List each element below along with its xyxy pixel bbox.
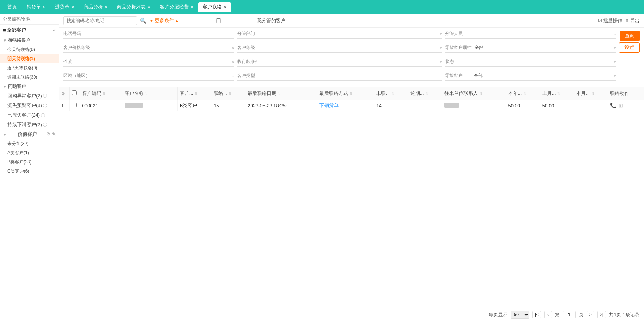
last-page-button[interactable]: >|	[597, 311, 606, 318]
settings-button[interactable]: 设置	[619, 42, 640, 53]
retail-attr-arrow-icon[interactable]: ∨	[613, 46, 616, 50]
nav-analysis-list[interactable]: 商品分析列表 ×	[112, 2, 154, 12]
export-button[interactable]: ⬆ 导出	[625, 17, 640, 24]
nav-home[interactable]: 首页	[3, 2, 21, 12]
all-customers-header[interactable]: ■ 全部客户 «	[0, 25, 59, 36]
customer-level-arrow-icon[interactable]: ∨	[440, 46, 442, 50]
sidebar-class-a[interactable]: A类客户(1)	[0, 148, 59, 158]
filter-customer-level-input[interactable]	[266, 45, 438, 51]
col-settings[interactable]: ⚙	[59, 87, 69, 100]
nav-analysis[interactable]: 商品分析 ×	[79, 2, 112, 12]
status-arrow-icon[interactable]: ∨	[613, 60, 616, 64]
phone-icon[interactable]: 📞	[610, 103, 616, 108]
nav-customer-tier[interactable]: 客户分层经营 ×	[155, 2, 197, 12]
my-customers-checkbox[interactable]: 我分管的客户	[182, 17, 286, 24]
customer-table: ⚙ 客户编码 ⇅ 客户名称 ⇅	[59, 87, 644, 111]
sidebar-ungrouped[interactable]: 未分组(32)	[0, 139, 59, 148]
sidebar-class-b[interactable]: B类客户(33)	[0, 158, 59, 167]
close-customer-contact-icon[interactable]: ×	[224, 5, 226, 9]
gear-icon[interactable]: ⚙	[61, 91, 66, 96]
col-this-month[interactable]: 本月... ⇅	[574, 87, 608, 100]
filter-manager-input[interactable]	[474, 31, 611, 37]
sidebar-declining[interactable]: 持续下滑客户(2) ⓘ	[0, 120, 59, 130]
search-button[interactable]: 🔍	[140, 18, 146, 24]
col-last-contact-date[interactable]: 最后联络日期 ⇅	[245, 87, 317, 100]
sidebar-7days-contact[interactable]: 近7天待联络(0)	[0, 63, 59, 73]
nav-purchase[interactable]: 进货单 ×	[50, 2, 78, 12]
filter-region-input[interactable]	[93, 73, 229, 79]
row-action-icons: 📞 ⊞	[608, 100, 644, 111]
close-purchase-icon[interactable]: ×	[71, 5, 74, 9]
row-uncontacted: 14	[374, 100, 408, 111]
grid-icon[interactable]: ⊞	[619, 103, 623, 108]
col-last-contact-method[interactable]: 最后联络方式 ⇅	[317, 87, 374, 100]
sidebar-churn-warning[interactable]: 流失预警客户(3) ⓘ	[0, 101, 59, 110]
col-contact-person[interactable]: 往来单位联系人 ⇅	[442, 87, 506, 100]
page-size-select[interactable]: 50 100 200	[511, 311, 529, 319]
filter-price-level-input[interactable]	[93, 45, 230, 51]
region-dots-icon[interactable]: ···	[231, 73, 234, 79]
query-button[interactable]: 查询	[620, 31, 640, 41]
sidebar-overdue-contact[interactable]: 逾期未联络(30)	[0, 73, 59, 82]
my-customers-check[interactable]	[182, 18, 255, 23]
sort-method-icon: ⇅	[350, 92, 353, 96]
group-problem-customers[interactable]: 问题客户	[0, 82, 59, 91]
filter-customer-type-input[interactable]	[266, 73, 442, 79]
nav-sales[interactable]: 销货单 ×	[22, 2, 50, 12]
col-checkbox[interactable]	[69, 87, 80, 100]
content-area: 🔍 ▼ 更多条件 ▲ 我分管的客户 ☑ 批量操作 ⬆ 导出	[59, 14, 644, 321]
next-page-button[interactable]: >	[587, 311, 594, 318]
group-value-customers[interactable]: 价值客户 ↻ ✎	[0, 130, 59, 139]
filter-manager: 分管人员 ···	[445, 31, 616, 39]
batch-operation-button[interactable]: ☑ 批量操作	[598, 17, 622, 24]
sidebar-search-input[interactable]	[3, 17, 58, 22]
sidebar-repurchase-abnormal[interactable]: 回购异常客户(2) ⓘ	[0, 91, 59, 101]
payment-arrow-icon[interactable]: ∨	[440, 60, 442, 64]
filter-nature: 性质 ∨	[63, 59, 234, 67]
row-checkbox-cell[interactable]	[69, 100, 80, 111]
refresh-icon[interactable]: ↻	[47, 132, 50, 137]
col-last-month[interactable]: 上月... ⇅	[540, 87, 574, 100]
filter-nature-input[interactable]	[92, 59, 230, 65]
sidebar-search-box[interactable]: 🔍	[0, 14, 59, 25]
close-analysis-list-icon[interactable]: ×	[148, 5, 150, 9]
more-filter-button[interactable]: ▼ 更多条件 ▲	[149, 17, 179, 24]
filter-payment-input[interactable]	[266, 59, 438, 65]
row-checkbox[interactable]	[72, 103, 77, 107]
col-year-amount[interactable]: 本年... ⇅	[506, 87, 540, 100]
filter-phone-input[interactable]	[92, 31, 234, 37]
price-level-arrow-icon[interactable]: ∨	[232, 46, 234, 50]
col-customer-name[interactable]: 客户名称 ⇅	[122, 87, 177, 100]
sidebar-today-contact[interactable]: 今天待联络(0)	[0, 45, 59, 54]
col-overdue[interactable]: 逾期... ⇅	[408, 87, 442, 100]
sidebar-tomorrow-contact[interactable]: 明天待联络(1)	[0, 54, 59, 63]
page-input[interactable]	[563, 311, 576, 318]
col-customer-code[interactable]: 客户编码 ⇅	[80, 87, 122, 100]
nature-arrow-icon[interactable]: ∨	[232, 60, 234, 64]
contact-method-link[interactable]: 下销货单	[319, 103, 339, 108]
nav-customer-contact[interactable]: 客户联络 ×	[198, 2, 231, 12]
col-contact-count[interactable]: 联络... ⇅	[211, 87, 245, 100]
sidebar-class-c[interactable]: C类客户(6)	[0, 167, 59, 176]
first-page-button[interactable]: |<	[532, 311, 541, 318]
filter-department-input[interactable]	[266, 31, 438, 37]
prev-page-button[interactable]: <	[544, 311, 552, 318]
retail-customer-arrow-icon[interactable]: ∨	[613, 74, 616, 78]
row-customer-type: B类客户	[177, 100, 211, 111]
department-arrow-icon[interactable]: ∨	[440, 32, 442, 36]
sidebar: 🔍 ■ 全部客户 « 待联络客户 今天待联络(0) 明天待联络(1) 近7天待联…	[0, 14, 59, 321]
col-uncontacted[interactable]: 未联... ⇅	[374, 87, 408, 100]
col-customer-type[interactable]: 客户... ⇅	[177, 87, 211, 100]
edit-icon[interactable]: ✎	[52, 132, 56, 137]
group-pending-contact[interactable]: 待联络客户	[0, 36, 59, 45]
filter-status-input[interactable]	[474, 59, 612, 65]
close-customer-tier-icon[interactable]: ×	[191, 5, 193, 9]
sidebar-churned[interactable]: 已流失客户(24) ⓘ	[0, 110, 59, 120]
close-analysis-icon[interactable]: ×	[105, 5, 107, 9]
row-last-month-amount: 50.00	[540, 100, 574, 111]
sort-year-icon: ⇅	[523, 92, 526, 96]
select-all-checkbox[interactable]	[72, 90, 77, 95]
search-input[interactable]	[63, 16, 137, 25]
close-sales-icon[interactable]: ×	[43, 5, 45, 9]
manager-dots-icon[interactable]: ···	[612, 31, 616, 37]
